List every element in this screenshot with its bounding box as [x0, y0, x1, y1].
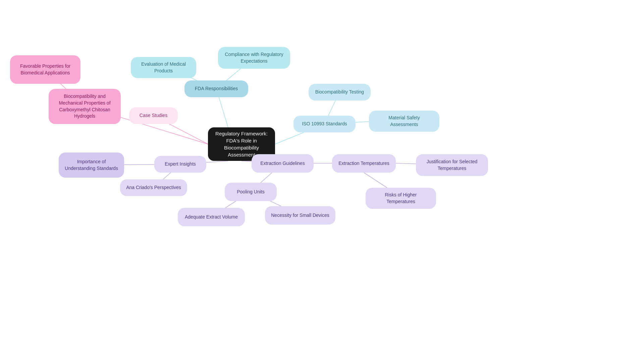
node-ext_temps: Extraction Temperatures	[332, 154, 396, 173]
node-necessity: Necessity for Small Devices	[265, 206, 335, 225]
node-importance_std: Importance of Understanding Standards	[59, 153, 124, 178]
node-justification: Justification for Selected Temperatures	[416, 154, 488, 176]
node-risks: Risks of Higher Temperatures	[366, 188, 436, 209]
node-extraction: Extraction Guidelines	[252, 154, 314, 173]
node-expert: Expert Insights	[154, 156, 206, 173]
node-eval_medical: Evaluation of Medical Products	[131, 57, 196, 78]
node-compliance: Compliance with Regulatory Expectations	[218, 47, 290, 69]
node-fda_resp: FDA Responsibilities	[184, 80, 248, 97]
node-pooling: Pooling Units	[225, 183, 277, 201]
node-biocompat_test: Biocompatibility Testing	[309, 84, 371, 101]
node-material_safety: Material Safety Assessments	[369, 111, 439, 132]
node-iso: ISO 10993 Standards	[293, 116, 356, 132]
node-ana: Ana Criado's Perspectives	[120, 179, 187, 196]
node-biocompat_mech: Biocompatibility and Mechanical Properti…	[49, 89, 121, 124]
node-adequate: Adequate Extract Volume	[178, 208, 245, 226]
node-case_studies: Case Studies	[129, 107, 178, 124]
node-favorable: Favorable Properties for Biomedical Appl…	[10, 55, 80, 84]
